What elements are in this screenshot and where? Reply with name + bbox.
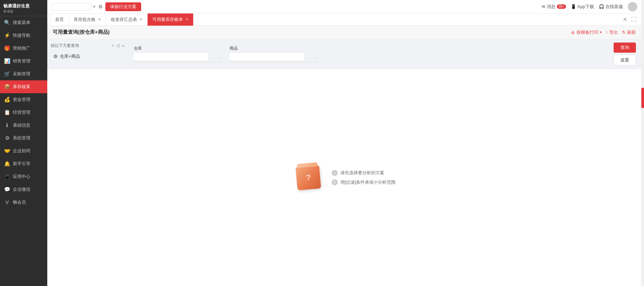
- collapse-scheme-button[interactable]: «: [122, 43, 125, 49]
- warehouse-input-wrapper[interactable]: ···: [134, 52, 222, 62]
- filter-fields: 仓库 ··· 商品 ···: [128, 39, 608, 69]
- sidebar-icon-marketing: 🎁: [4, 45, 10, 51]
- sidebar-item-inventory[interactable]: 📦库存核算: [0, 80, 47, 93]
- tip-2-num: 2: [332, 179, 338, 185]
- headset-icon: 🎧: [599, 4, 604, 9]
- sidebar-icon-finance: 💰: [4, 97, 10, 103]
- action-buttons: 查询 设置: [608, 39, 641, 69]
- sidebar-item-operation[interactable]: 📋经营管理: [0, 106, 47, 119]
- setting-button[interactable]: 设置: [614, 55, 636, 66]
- tabs-bar: 首页库存批次账✕收发存汇总表✕可用量库存账本✕ ✕ ⛶: [47, 14, 641, 26]
- sidebar-item-marketing[interactable]: 🎁营销推广: [0, 42, 47, 55]
- sidebar-label-member: 畅会员: [13, 199, 26, 205]
- tab-close-stock-summary[interactable]: ✕: [139, 17, 143, 22]
- sidebar-item-new-guide[interactable]: 🔔新手引导: [0, 157, 47, 170]
- tab-label-stock-summary: 收发存汇总表: [111, 17, 137, 23]
- warehouse-input[interactable]: [134, 53, 208, 61]
- tab-close-batch-account[interactable]: ✕: [98, 17, 101, 22]
- export-label: 导出: [609, 29, 618, 35]
- empty-state: 1 请先选择要分析的方案 2 用[过滤]条件来缩小分析范围: [293, 162, 395, 193]
- logo-name: 畅康通好生意: [3, 3, 44, 9]
- print-template-button[interactable]: 🖨 按模板打印 ▾: [571, 29, 602, 35]
- tip-1-text: 请先选择要分析的方案: [340, 170, 384, 176]
- sidebar-item-search[interactable]: 🔍搜索菜单: [0, 16, 47, 29]
- sidebar-icon-wechat: 💬: [4, 186, 10, 192]
- sidebar-nav: 🔍搜索菜单⚡快捷导航🎁营销推广📊销售管理🛒采购管理📦库存核算💰资金管理📋经营管理…: [0, 16, 47, 286]
- scheme-action-buttons: ＋ ⊙ «: [110, 43, 125, 49]
- print-dropdown-icon[interactable]: ▾: [600, 30, 602, 34]
- sidebar-icon-enterprise: 🤝: [4, 148, 10, 154]
- right-scrollbar[interactable]: [641, 0, 644, 286]
- sidebar-label-sales: 销售管理: [13, 58, 30, 64]
- export-icon: ↑: [606, 30, 608, 35]
- sidebar-item-finance[interactable]: 💰资金管理: [0, 93, 47, 106]
- query-button[interactable]: 查询: [614, 43, 636, 53]
- export-button[interactable]: ↑ 导出: [606, 29, 618, 35]
- tab-batch-account[interactable]: 库存批次账✕: [69, 14, 106, 26]
- sidebar-icon-purchase: 🛒: [4, 71, 10, 77]
- add-scheme-button[interactable]: ＋: [110, 43, 115, 49]
- topbar-gear-icon[interactable]: ⚙: [98, 4, 103, 10]
- sidebar-label-wechat: 企业微信: [13, 186, 30, 192]
- sidebar-item-system[interactable]: ⚙系统管理: [0, 132, 47, 145]
- sidebar-label-system: 系统管理: [13, 135, 30, 141]
- sidebar-icon-search: 🔍: [4, 20, 10, 26]
- sidebar: 畅康通好生意 标准版 🔍搜索菜单⚡快捷导航🎁营销推广📊销售管理🛒采购管理📦库存核…: [0, 0, 47, 286]
- goods-more-btn[interactable]: ···: [314, 55, 317, 59]
- tab-available-ledger[interactable]: 可用量库存账本✕: [148, 14, 194, 26]
- topbar-right: ✉ 消息 99+ 📱 App下载 🎧 在线客服: [542, 2, 637, 11]
- tip-2-text: 用[过滤]条件来缩小分析范围: [340, 179, 395, 185]
- sidebar-label-inventory: 库存核算: [13, 84, 30, 90]
- page-header-actions: 🖨 按模板打印 ▾ ↑ 导出 ↻ 刷新: [571, 29, 636, 35]
- tab-stock-summary[interactable]: 收发存汇总表✕: [106, 14, 148, 26]
- sidebar-label-marketing: 营销推广: [13, 45, 30, 51]
- goods-input-wrapper[interactable]: ···: [230, 52, 317, 62]
- warehouse-more-btn[interactable]: ···: [218, 55, 222, 59]
- dropdown-icon[interactable]: ▾: [93, 4, 96, 9]
- messages-button[interactable]: ✉ 消息 99+: [542, 4, 566, 10]
- topbar-search-input[interactable]: [51, 3, 92, 10]
- sidebar-item-purchase[interactable]: 🛒采购管理: [0, 68, 47, 80]
- logo-version: 标准版: [3, 9, 44, 14]
- topbar: ▾ ⚙ 体验行业方案 ✉ 消息 99+ 📱 App下载 🎧 在线客服: [47, 0, 641, 14]
- sidebar-item-member[interactable]: V畅会员: [0, 196, 47, 209]
- message-icon: ✉: [542, 4, 545, 9]
- sidebar-label-new-guide: 新手引导: [13, 161, 30, 167]
- avatar[interactable]: [628, 2, 637, 11]
- sidebar-icon-new-guide: 🔔: [4, 161, 10, 167]
- tab-close-available-ledger[interactable]: ✕: [185, 17, 188, 22]
- sidebar-item-enterprise[interactable]: 🤝企业协同: [0, 145, 47, 157]
- sidebar-item-sales[interactable]: 📊销售管理: [0, 55, 47, 68]
- scheme-item-warehouse-goods[interactable]: ⚙ 仓库+商品: [51, 51, 125, 61]
- sidebar-item-wechat[interactable]: 💬企业微信: [0, 183, 47, 196]
- sidebar-label-app-center: 应用中心: [13, 174, 30, 180]
- refresh-label: 刷新: [627, 29, 636, 35]
- sidebar-item-app-center[interactable]: 📱应用中心: [0, 170, 47, 183]
- query-scheme-title: 按以下方案查询: [51, 43, 79, 49]
- sidebar-label-operation: 经营管理: [13, 109, 30, 115]
- empty-illustration: [293, 162, 324, 193]
- sidebar-icon-member: V: [4, 199, 10, 205]
- empty-box-graphic: [295, 165, 321, 190]
- tab-home[interactable]: 首页: [50, 14, 69, 26]
- refresh-button[interactable]: ↻ 刷新: [622, 29, 636, 35]
- messages-badge: 99+: [557, 4, 566, 9]
- expand-button[interactable]: ⛶: [629, 16, 639, 23]
- goods-input[interactable]: [230, 53, 304, 61]
- close-all-button[interactable]: ✕: [621, 16, 629, 23]
- page-title: 可用量查询(按仓库+商品): [53, 29, 110, 35]
- sidebar-item-quick-nav[interactable]: ⚡快捷导航: [0, 29, 47, 42]
- online-service-label: 在线客服: [606, 4, 623, 10]
- main-area: ▾ ⚙ 体验行业方案 ✉ 消息 99+ 📱 App下载 🎧 在线客服: [47, 0, 641, 286]
- sidebar-item-basic-info[interactable]: ℹ基础信息: [0, 119, 47, 132]
- warehouse-filter-field: 仓库 ···: [134, 46, 222, 62]
- online-service-button[interactable]: 🎧 在线客服: [599, 4, 623, 10]
- manage-scheme-button[interactable]: ⊙: [117, 43, 121, 49]
- trial-button[interactable]: 体验行业方案: [105, 2, 141, 11]
- app-download-label: App下载: [577, 4, 594, 10]
- scheme-item-label: 仓库+商品: [60, 53, 80, 59]
- tab-label-available-ledger: 可用量库存账本: [152, 17, 183, 23]
- app-download-button[interactable]: 📱 App下载: [571, 4, 594, 10]
- warehouse-label: 仓库: [134, 46, 222, 51]
- sidebar-icon-app-center: 📱: [4, 174, 10, 180]
